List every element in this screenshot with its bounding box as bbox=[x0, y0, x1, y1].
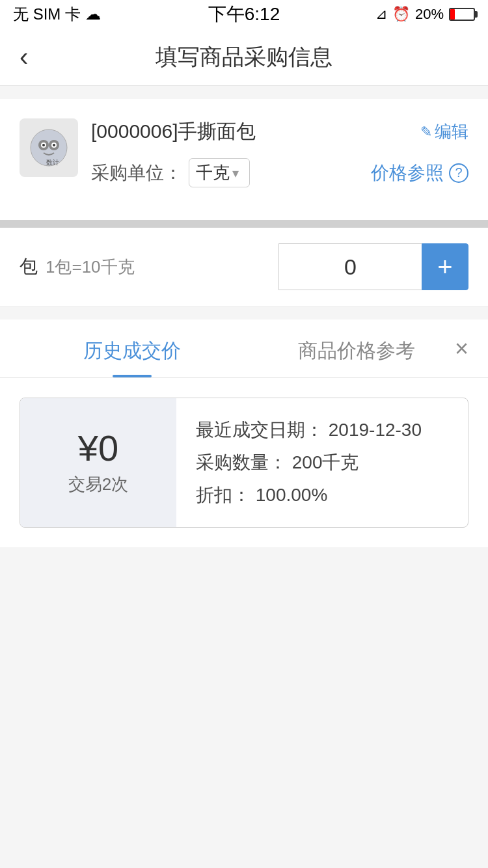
purchase-unit-row: 采购单位： 千克 ▾ 价格参照 ? bbox=[91, 158, 468, 187]
price-ref-label: 价格参照 bbox=[371, 161, 444, 185]
product-thumbnail: 数计 bbox=[20, 118, 78, 177]
section-divider bbox=[0, 220, 488, 228]
discount-row: 折扣： 100.00% bbox=[196, 483, 448, 508]
price-ref-button[interactable]: 价格参照 ? bbox=[371, 161, 468, 185]
quantity-input[interactable] bbox=[278, 243, 422, 290]
recent-date-label: 最近成交日期： bbox=[196, 420, 323, 440]
recent-date-row: 最近成交日期： 2019-12-30 bbox=[196, 418, 448, 442]
nav-bar: ‹ 填写商品采购信息 bbox=[0, 29, 488, 86]
purchase-unit-left: 采购单位： 千克 ▾ bbox=[91, 158, 250, 187]
purchase-qty-label: 采购数量： bbox=[196, 452, 287, 472]
unit-name: 包 bbox=[20, 254, 38, 279]
product-info: [0000006]手撕面包 ✎ 编辑 采购单位： 千克 ▾ 价格参照 bbox=[91, 118, 468, 187]
location-icon: ⊿ bbox=[375, 6, 387, 23]
status-right: ⊿ ⏰ 20% bbox=[375, 6, 475, 23]
product-card: 数计 [0000006]手撕面包 ✎ 编辑 采购单位： 千克 ▾ bbox=[0, 99, 488, 220]
price-card-left: ¥0 交易2次 bbox=[20, 398, 176, 527]
discount-value: 100.00% bbox=[256, 485, 328, 505]
purchase-qty-value: 200千克 bbox=[292, 452, 359, 472]
quantity-plus-button[interactable]: + bbox=[422, 243, 468, 290]
price-ref-help-icon: ? bbox=[449, 163, 468, 183]
tabs-header: 历史成交价 商品价格参考 × bbox=[0, 319, 488, 378]
edit-button[interactable]: ✎ 编辑 bbox=[420, 120, 468, 143]
battery-fill bbox=[450, 9, 455, 20]
trade-count: 交易2次 bbox=[68, 473, 128, 496]
tab-price-ref[interactable]: 商品价格参考 bbox=[244, 319, 468, 377]
price-card: ¥0 交易2次 最近成交日期： 2019-12-30 采购数量： 200千克 折… bbox=[20, 398, 468, 528]
quantity-row: 包 1包=10千克 + bbox=[0, 228, 488, 306]
product-logo-icon: 数计 bbox=[29, 128, 68, 167]
product-name-row: [0000006]手撕面包 ✎ 编辑 bbox=[91, 118, 468, 145]
unit-select[interactable]: 千克 ▾ bbox=[189, 158, 250, 187]
quantity-control: + bbox=[278, 243, 468, 290]
edit-label: 编辑 bbox=[435, 120, 468, 143]
page-rest bbox=[0, 547, 488, 868]
product-header: 数计 [0000006]手撕面包 ✎ 编辑 采购单位： 千克 ▾ bbox=[20, 118, 468, 187]
status-bar: 无 SIM 卡 ☁ 下午6:12 ⊿ ⏰ 20% bbox=[0, 0, 488, 29]
quantity-label: 包 1包=10千克 bbox=[20, 254, 135, 279]
price-amount: ¥0 bbox=[78, 430, 118, 467]
purchase-qty-row: 采购数量： 200千克 bbox=[196, 450, 448, 475]
alarm-icon: ⏰ bbox=[392, 6, 410, 23]
svg-point-6 bbox=[53, 144, 55, 146]
battery-percent: 20% bbox=[415, 6, 444, 23]
sim-label: 无 SIM 卡 ☁ bbox=[13, 4, 101, 25]
history-content: ¥0 交易2次 最近成交日期： 2019-12-30 采购数量： 200千克 折… bbox=[0, 378, 488, 547]
status-left: 无 SIM 卡 ☁ bbox=[13, 4, 101, 25]
svg-text:数计: 数计 bbox=[46, 159, 59, 166]
purchase-unit-label: 采购单位： bbox=[91, 161, 182, 185]
page-title: 填写商品采购信息 bbox=[156, 42, 332, 72]
dropdown-arrow-icon: ▾ bbox=[232, 165, 239, 181]
svg-point-5 bbox=[42, 144, 45, 146]
status-time: 下午6:12 bbox=[208, 2, 280, 27]
tab-history-price[interactable]: 历史成交价 bbox=[20, 319, 244, 377]
unit-value: 千克 bbox=[196, 161, 230, 184]
back-button[interactable]: ‹ bbox=[20, 42, 59, 72]
edit-icon: ✎ bbox=[420, 124, 432, 141]
product-name: [0000006]手撕面包 bbox=[91, 118, 256, 145]
battery-icon bbox=[449, 8, 475, 21]
unit-convert-label: 1包=10千克 bbox=[46, 256, 135, 278]
tabs-close-button[interactable]: × bbox=[448, 329, 475, 369]
price-card-right: 最近成交日期： 2019-12-30 采购数量： 200千克 折扣： 100.0… bbox=[176, 398, 468, 527]
recent-date-value: 2019-12-30 bbox=[329, 420, 422, 440]
discount-label: 折扣： bbox=[196, 485, 251, 505]
tabs-panel: 历史成交价 商品价格参考 × ¥0 交易2次 最近成交日期： 2019-12-3… bbox=[0, 319, 488, 547]
